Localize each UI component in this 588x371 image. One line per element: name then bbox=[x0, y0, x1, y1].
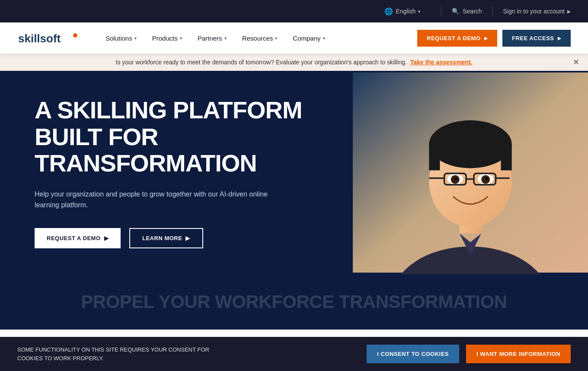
request-demo-button[interactable]: REQUEST A DEMO ▶ bbox=[417, 30, 497, 47]
svg-rect-7 bbox=[429, 144, 440, 170]
free-access-button[interactable]: FREE ACCESS ▶ bbox=[502, 30, 571, 47]
hero-learn-button[interactable]: LEARN MORE ▶ bbox=[129, 228, 203, 248]
svg-rect-8 bbox=[501, 144, 512, 170]
logo[interactable]: skillsoft bbox=[17, 30, 78, 46]
play-icon: ▶ bbox=[104, 235, 109, 241]
chevron-down-icon: ▾ bbox=[134, 36, 137, 41]
partners-label: Partners bbox=[198, 35, 222, 42]
solutions-label: Solutions bbox=[105, 35, 132, 42]
nav-item-resources[interactable]: Resources ▾ bbox=[236, 31, 284, 45]
nav-item-partners[interactable]: Partners ▾ bbox=[192, 31, 233, 45]
svg-point-13 bbox=[455, 178, 457, 180]
top-bar: 🌐 English ▾ 🔍 Search Sign in to your acc… bbox=[0, 0, 588, 22]
play-icon: ▶ bbox=[558, 36, 562, 41]
hero-subtitle: Help your organization and people to gro… bbox=[35, 189, 285, 211]
resources-label: Resources bbox=[242, 35, 273, 42]
svg-point-1 bbox=[73, 33, 77, 38]
language-selector[interactable]: 🌐 English ▾ bbox=[384, 7, 431, 16]
products-label: Products bbox=[152, 35, 178, 42]
nav-links: Solutions ▾ Products ▾ Partners ▾ Resour… bbox=[99, 31, 417, 45]
hero-person-illustration bbox=[353, 71, 588, 274]
company-label: Company bbox=[293, 35, 320, 42]
nav-cta-group: REQUEST A DEMO ▶ FREE ACCESS ▶ bbox=[417, 30, 571, 47]
play-icon: ▶ bbox=[484, 36, 488, 41]
chevron-down-icon: ▾ bbox=[275, 36, 277, 41]
hero-title: A SKILLING PLATFORM BUILT FOR TRANSFORMA… bbox=[35, 97, 327, 177]
divider-2 bbox=[492, 7, 493, 16]
hero-image bbox=[353, 71, 588, 274]
hero-section: A SKILLING PLATFORM BUILT FOR TRANSFORMA… bbox=[0, 71, 588, 274]
language-label: English bbox=[396, 8, 415, 15]
svg-text:skillsoft: skillsoft bbox=[18, 32, 61, 45]
nav-item-company[interactable]: Company ▾ bbox=[287, 31, 331, 45]
svg-point-14 bbox=[485, 178, 488, 180]
nav-item-products[interactable]: Products ▾ bbox=[146, 31, 188, 45]
svg-point-6 bbox=[429, 120, 511, 168]
skillsoft-logo-svg: skillsoft bbox=[17, 30, 78, 46]
assessment-link[interactable]: Take the assessment. bbox=[410, 59, 473, 66]
signin-link[interactable]: Sign in to your account ▶ bbox=[503, 8, 571, 15]
chevron-down-icon: ▾ bbox=[224, 36, 227, 41]
alert-close-button[interactable]: ✕ bbox=[573, 57, 579, 67]
chevron-down-icon: ▾ bbox=[418, 9, 420, 14]
alert-text: Is your workforce ready to meet the dema… bbox=[116, 59, 473, 66]
main-nav: skillsoft Solutions ▾ Products ▾ Partner… bbox=[0, 22, 588, 54]
request-demo-label: REQUEST A DEMO bbox=[427, 35, 481, 41]
hero-content: A SKILLING PLATFORM BUILT FOR TRANSFORMA… bbox=[0, 71, 353, 274]
divider-1 bbox=[441, 7, 441, 16]
search-button[interactable]: 🔍 Search bbox=[452, 8, 482, 15]
hero-demo-button[interactable]: REQUEST A DEMO ▶ bbox=[35, 228, 121, 248]
search-label: Search bbox=[463, 8, 482, 15]
free-access-label: FREE ACCESS bbox=[512, 35, 554, 41]
play-icon: ▶ bbox=[185, 235, 190, 241]
bottom-section: PROPEL YOUR WORKFORCE TRANSFORMATION bbox=[0, 274, 588, 330]
chevron-down-icon: ▾ bbox=[323, 36, 325, 41]
bottom-title: PROPEL YOUR WORKFORCE TRANSFORMATION bbox=[35, 292, 553, 312]
search-icon: 🔍 bbox=[452, 8, 459, 15]
hero-buttons: REQUEST A DEMO ▶ LEARN MORE ▶ bbox=[35, 228, 327, 248]
globe-icon: 🌐 bbox=[384, 7, 393, 16]
arrow-right-icon: ▶ bbox=[567, 9, 571, 14]
chevron-down-icon: ▾ bbox=[180, 36, 182, 41]
nav-item-solutions[interactable]: Solutions ▾ bbox=[99, 31, 143, 45]
signin-label: Sign in to your account bbox=[503, 8, 565, 15]
alert-banner: Is your workforce ready to meet the dema… bbox=[0, 54, 588, 71]
